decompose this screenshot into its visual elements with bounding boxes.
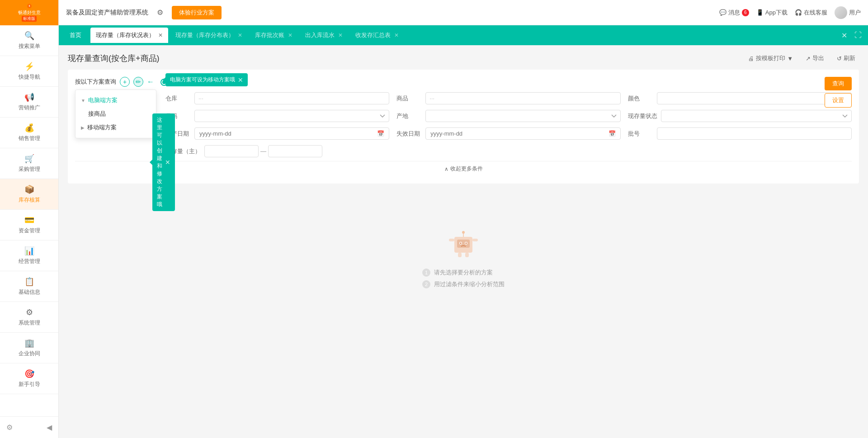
export-btn[interactable]: ↗ 导出 [802,52,828,64]
quick-nav-icon: ⚡ [24,61,34,71]
expire-date-calendar-icon[interactable]: 📅 [609,130,616,137]
tab-home[interactable]: 首页 [62,28,89,43]
empty-step-2: 2 用过滤条件来缩小分析范围 [422,278,505,290]
filter-row-1: 仓库 ··· 商品 ··· 颜色 [165,92,852,104]
filter-row-4: 现存量（主） — [165,145,852,157]
refresh-btn[interactable]: ↺ 刷新 [833,52,859,64]
sidebar-item-basics[interactable]: 📋 基础信息 [0,271,58,302]
filter-back-btn[interactable]: ← [147,78,154,86]
empty-illustration [445,223,481,259]
tab-inventory-status[interactable]: 现存量（库存状况表） ✕ [90,28,168,43]
online-service-label: 在线客服 [804,9,827,17]
sidebar-item-sales[interactable]: 💰 销售管理 [0,118,58,148]
filter-add-btn[interactable]: + [120,77,130,87]
message-label: 消息 [728,9,740,17]
expand-arrow-icon: ▼ [81,98,85,103]
tab-recv-summary[interactable]: 收发存汇总表 ✕ [350,28,404,43]
print-btn[interactable]: 🖨 按模板打印 ▼ [745,52,797,64]
headset-icon: 🎧 [795,9,802,16]
filter-row-3: 生产日期 📅 失效日期 📅 批号 [165,127,852,140]
tab-in-out-flow-close[interactable]: ✕ [338,32,343,38]
tab-batch-account-label: 库存批次账 [255,31,284,39]
sidebar-item-operations[interactable]: 📊 经营管理 [0,240,58,271]
svg-rect-10 [449,239,454,241]
prod-date-input[interactable] [199,130,377,137]
sidebar-item-quick-nav[interactable]: ⚡ 快捷导航 [0,56,58,87]
expire-date-input[interactable] [430,130,608,137]
sidebar-item-purchase[interactable]: 🛒 采购管理 [0,148,58,179]
settings-btn[interactable]: 设置 [825,93,852,108]
sidebar-item-label: 基础信息 [19,288,40,296]
scheme-popover-content: 电脑方案可设为移动方案哦 ✕ [165,73,248,86]
scheme-tree-item-pc[interactable]: ▼ 电脑端方案 [75,94,156,107]
sidebar-item-label: 企业协同 [19,350,40,358]
filter-field-expire-date: 失效日期 📅 [396,127,620,140]
size-select[interactable] [194,110,389,122]
maximize-btn[interactable]: ⛶ [852,29,864,42]
tab-batch-account[interactable]: 库存批次账 ✕ [250,28,298,43]
page-header: 现存量查询(按仓库+商品) 🖨 按模板打印 ▼ ↗ 导出 ↺ 刷新 [68,52,859,64]
scheme-tree-item-product[interactable]: 接商品 [75,107,156,121]
user-profile-btn[interactable]: 用户 [835,6,861,19]
tab-inventory-status-close[interactable]: ✕ [158,32,163,38]
step-1-text: 请先选择要分析的方案 [434,267,493,278]
tab-inventory-dist-close[interactable]: ✕ [238,32,242,38]
color-select[interactable] [657,92,852,104]
sidebar-item-label: 营销推广 [19,104,40,112]
stock-qty-to[interactable] [268,145,322,157]
sidebar-item-guide[interactable]: 🎯 新手引导 [0,363,58,394]
expire-date-label: 失效日期 [396,130,422,138]
svg-point-9 [462,231,465,234]
system-icon: ⚙ [26,307,33,317]
prod-date-calendar-icon[interactable]: 📅 [377,130,384,137]
stock-status-select[interactable] [661,110,852,122]
tab-batch-account-close[interactable]: ✕ [288,32,292,38]
tab-in-out-flow[interactable]: 出入库流水 ✕ [300,28,348,43]
messages-btn[interactable]: 💬 消息 6 [719,9,749,17]
collapse-bar[interactable]: ∧ 收起更多条件 [75,161,852,176]
filter-field-origin: 产地 [396,110,620,122]
create-tooltip-container: 这里可以创建和修改方案哦 ✕ [152,113,175,211]
prod-date-input-wrapper[interactable]: 📅 [194,127,389,140]
page-content: 现存量查询(按仓库+商品) 🖨 按模板打印 ▼ ↗ 导出 ↺ 刷新 [59,45,868,438]
tab-inventory-dist[interactable]: 现存量（库存分布表） ✕ [170,28,248,43]
sidebar-item-label: 经营管理 [19,258,40,265]
sidebar-item-system[interactable]: ⚙ 系统管理 [0,302,58,333]
expire-date-input-wrapper[interactable]: 📅 [425,127,620,140]
stock-qty-from[interactable] [204,145,259,157]
app-download-btn[interactable]: 📱 App下载 [756,9,788,17]
create-tooltip-close-btn[interactable]: ✕ [165,159,170,166]
topbar-settings-btn[interactable]: ⚙ [154,6,166,19]
step-2-number: 2 [422,280,430,288]
batch-no-input[interactable] [657,127,852,140]
topbar-right: 💬 消息 6 📱 App下载 🎧 在线客服 用户 [719,6,861,19]
origin-select[interactable] [425,110,620,122]
filter-edit-btn[interactable]: ✏ [133,77,143,87]
online-service-btn[interactable]: 🎧 在线客服 [795,9,827,17]
guide-icon: 🎯 [24,369,34,379]
stock-status-label: 现存量状态 [628,112,657,120]
sales-icon: 💰 [24,123,34,133]
close-all-tabs-btn[interactable]: ✕ [839,29,850,42]
sidebar-item-enterprise[interactable]: 🏢 企业协同 [0,333,58,363]
sidebar-item-finance[interactable]: 💳 资金管理 [0,210,58,240]
sidebar-item-label: 新手引导 [19,381,40,388]
collapse-up-icon: ∧ [444,166,448,172]
tab-inventory-status-label: 现存量（库存状况表） [96,31,155,39]
query-btn[interactable]: 查询 [825,77,852,90]
sidebar-item-label: 库存核算 [19,196,40,204]
tab-recv-summary-label: 收发存汇总表 [355,31,391,39]
sidebar-collapse-btn[interactable]: ◀ [45,421,54,433]
app-badge: 标准版 [22,16,37,22]
sidebar-item-inventory[interactable]: 📦 库存核算 [0,179,58,210]
sidebar-item-marketing[interactable]: 📢 营销推广 [0,87,58,118]
filter-action-buttons: 查询 设置 [825,77,852,108]
sidebar-settings-btn[interactable]: ⚙ [5,421,14,433]
step-2-text: 用过滤条件来缩小分析范围 [434,278,505,290]
sidebar-item-label: 资金管理 [19,227,40,235]
sidebar-item-search[interactable]: 🔍 搜索菜单 [0,25,58,56]
scheme-tree-item-mobile[interactable]: ▶ 移动端方案 [75,121,156,134]
tab-recv-summary-close[interactable]: ✕ [394,32,399,38]
solution-button[interactable]: 体验行业方案 [172,6,222,19]
scheme-popover-close-btn[interactable]: ✕ [238,76,243,84]
